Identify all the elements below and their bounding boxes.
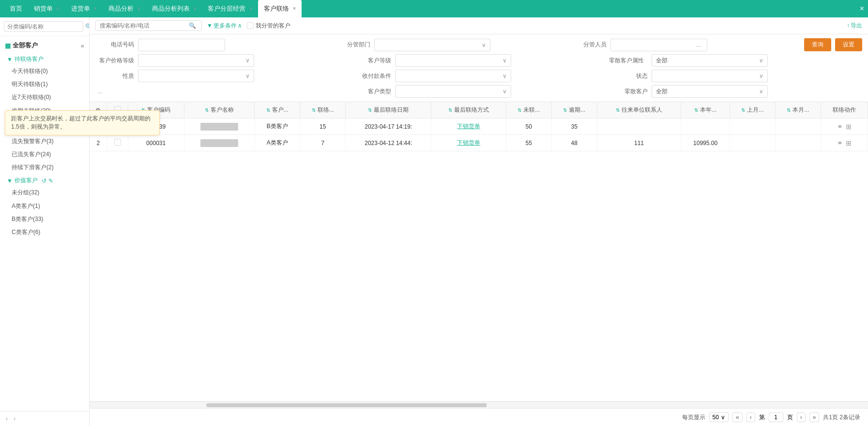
table-row: 1 000039 ████████ B类客户 15 2023-04-17 14:…	[90, 118, 868, 135]
th-thismonth-sort-icon[interactable]: ⇅	[787, 107, 791, 113]
prev-page-btn[interactable]: ‹	[746, 412, 755, 422]
row1-unit-contact	[597, 118, 681, 135]
query-button[interactable]: 查询	[804, 38, 831, 51]
sidebar-item-lost[interactable]: 已流失客户(24)	[0, 148, 89, 161]
main-search-icon[interactable]: 🔍	[189, 22, 196, 29]
row2-method-link[interactable]: 下销货单	[457, 139, 480, 146]
row1-last-method[interactable]: 下销货单	[431, 118, 506, 135]
nav-product-analysis-list[interactable]: 商品分析列表 ×	[146, 0, 202, 17]
dept-select[interactable]: ∨	[374, 39, 490, 51]
last-page-btn[interactable]: »	[809, 412, 820, 422]
person-ellipsis[interactable]: ...	[694, 42, 703, 48]
row2-unit-contact: 111	[597, 135, 681, 151]
customer-grade-label: 客户等级	[352, 57, 391, 65]
filter-row-3: 性质 ∨ 收付款条件 ∨ 状态	[95, 70, 862, 82]
sidebar-item-today[interactable]: 今天待联络(0)	[0, 65, 89, 78]
phone-input[interactable]	[138, 39, 225, 51]
row2-checkbox[interactable]	[107, 135, 128, 151]
row2-check[interactable]	[114, 139, 121, 146]
settings-button[interactable]: 设置	[835, 38, 862, 51]
next-page-btn[interactable]: ›	[797, 412, 806, 422]
close-analysis-tab[interactable]: ×	[137, 0, 140, 17]
status-select[interactable]: ∨	[652, 70, 768, 82]
row2-link-icon[interactable]: ⚭	[837, 139, 843, 147]
th-type-sort-icon[interactable]: ⇅	[266, 107, 270, 113]
th-notcontact-sort-icon[interactable]: ⇅	[518, 107, 521, 113]
th-method-sort-icon[interactable]: ⇅	[448, 107, 452, 113]
sidebar-nav-left[interactable]: ‹	[4, 414, 10, 423]
gender-select[interactable]: ∨	[138, 70, 254, 82]
close-purchase-tab[interactable]: ×	[94, 0, 97, 17]
ling-scatter2-select[interactable]: 全部 ∨	[652, 85, 768, 98]
sidebar-item-ungrouped[interactable]: 未分组(32)	[0, 186, 89, 199]
th-not-contact: ⇅ 未联...	[506, 102, 551, 118]
customer-grade-arrow-icon: ∨	[503, 57, 507, 64]
sidebar-group-value[interactable]: ▼ 价值客户 ↺ ✎	[0, 174, 89, 186]
main-layout: 🔍 ▦ 全部客户 « ▼ 待联络客户 今天待联络(0) 明天待联络(1) 近7天…	[0, 17, 868, 426]
refresh-icon[interactable]: ↺	[42, 177, 46, 184]
more-conditions-btn[interactable]: ▼ 更多条件 ∧	[207, 22, 242, 30]
th-overdue-sort-icon[interactable]: ⇅	[563, 107, 567, 113]
row2-grid-icon[interactable]: ⊞	[846, 139, 852, 147]
th-year-sort-icon[interactable]: ⇅	[694, 107, 698, 113]
row1-link-icon[interactable]: ⚭	[837, 123, 843, 131]
sidebar-item-7days[interactable]: 近7天待联络(0)	[0, 91, 89, 104]
customer-grade-select[interactable]: ∨	[395, 54, 511, 67]
sidebar-collapse-btn[interactable]: «	[81, 42, 84, 49]
nav-home[interactable]: 首页	[4, 0, 28, 17]
close-contact-tab[interactable]: ×	[293, 0, 296, 17]
first-page-btn[interactable]: «	[732, 412, 743, 422]
my-customers-checkbox[interactable]: 我分管的客户	[247, 22, 290, 30]
sidebar-item-lost-warning[interactable]: 流失预警客户(3)	[0, 135, 89, 148]
row1-method-link[interactable]: 下销货单	[457, 123, 480, 130]
main-search-input[interactable]	[100, 22, 187, 29]
person-select[interactable]: ...	[610, 39, 707, 51]
nav-sales[interactable]: 销货单 ×	[28, 0, 65, 17]
row1-name-blurred: ████████	[200, 123, 238, 131]
arrow-down-icon: ▼	[7, 56, 13, 63]
th-date-sort-icon[interactable]: ⇅	[368, 107, 372, 113]
close-sales-tab[interactable]: ×	[57, 0, 60, 17]
th-name-sort-icon[interactable]: ⇅	[205, 107, 209, 113]
th-lastmonth-sort-icon[interactable]: ⇅	[741, 107, 745, 113]
nav-product-analysis[interactable]: 商品分析 ×	[103, 0, 146, 17]
row4-ellipsis[interactable]: ...	[95, 88, 104, 95]
close-tiering-tab[interactable]: ×	[249, 0, 252, 17]
row1-grid-icon[interactable]: ⊞	[846, 123, 852, 131]
edit-value-icon[interactable]: ✎	[48, 177, 53, 184]
nav-customer-contact[interactable]: 客户联络 ×	[258, 0, 302, 17]
export-button[interactable]: ↑ 导出	[847, 22, 862, 30]
sidebar-item-declining[interactable]: 持续下滑客户(2)	[0, 161, 89, 174]
sidebar-item-a-class[interactable]: A类客户(1)	[0, 200, 89, 213]
sidebar-item-c-class[interactable]: C类客户(6)	[0, 226, 89, 239]
close-analysis-list-tab[interactable]: ×	[194, 0, 197, 17]
nav-purchase[interactable]: 进货单 ×	[65, 0, 103, 17]
row1-this-year	[681, 118, 730, 135]
sidebar-item-b-class[interactable]: B类客户(33)	[0, 213, 89, 226]
pay-select[interactable]: ∨	[395, 70, 511, 82]
export-icon: ↑	[847, 22, 850, 29]
ling-scatter-attr-select[interactable]: 全部 ∨	[652, 54, 768, 67]
th-last-contact-date: ⇅ 最后联络日期	[346, 102, 431, 118]
per-page-select[interactable]: 50 ∨	[709, 412, 729, 422]
close-all-tabs[interactable]: ×	[860, 4, 864, 13]
th-unit-sort-icon[interactable]: ⇅	[616, 107, 620, 113]
pagination: 每页显示 50 ∨ « ‹ 第 页 › » 共1页 2条记录	[90, 408, 868, 426]
nav-customer-tiering[interactable]: 客户分层经营 ×	[202, 0, 258, 17]
row2-actions: ⚭ ⊞	[821, 135, 868, 151]
customer-type-select[interactable]: ∨	[395, 85, 511, 98]
horizontal-scrollbar[interactable]	[90, 401, 868, 408]
price-grade-select[interactable]: ∨	[138, 54, 254, 67]
my-customers-check[interactable]	[247, 22, 254, 29]
sidebar-search-input[interactable]	[4, 21, 83, 32]
sidebar-item-tomorrow[interactable]: 明天待联络(1)	[0, 78, 89, 91]
th-this-month: ⇅ 本月...	[775, 102, 821, 118]
page-number-input[interactable]	[769, 412, 783, 422]
ling-scatter-attr-arrow-icon: ∨	[759, 57, 763, 64]
row2-last-month	[730, 135, 775, 151]
row2-last-method[interactable]: 下销货单	[431, 135, 506, 151]
sidebar-search-icon[interactable]: 🔍	[85, 23, 90, 30]
sidebar-group-pending[interactable]: ▼ 待联络客户	[0, 53, 89, 65]
sidebar-nav-right[interactable]: ›	[12, 414, 17, 423]
th-contact-sort-icon[interactable]: ⇅	[312, 107, 316, 113]
